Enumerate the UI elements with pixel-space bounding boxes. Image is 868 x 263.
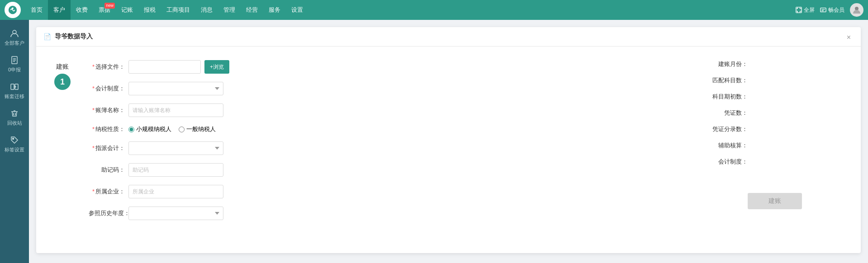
nav-item-home[interactable]: 首页 [25, 0, 48, 20]
close-button[interactable]: × [844, 33, 854, 42]
account-name-label: *账簿名称： [89, 106, 125, 114]
match-subjects-label: 匹配科目数： [707, 76, 748, 85]
radio-small-scale[interactable]: 小规模纳税人 [128, 125, 171, 133]
memo-code-label: 助记码： [89, 166, 125, 174]
nav-item-invoice[interactable]: 票据 new [93, 0, 116, 20]
nav-item-industry[interactable]: 工商项目 [161, 0, 195, 20]
nav-item-customer[interactable]: 客户 [48, 0, 71, 20]
app-logo[interactable] [5, 2, 21, 18]
match-subjects-row: 匹配科目数： [707, 76, 843, 85]
company-input[interactable] [128, 185, 223, 198]
voucher-entries-label: 凭证分录数： [707, 125, 748, 133]
nav-item-message[interactable]: 消息 [195, 0, 218, 20]
memo-code-input[interactable] [128, 163, 223, 177]
tax-type-label: *纳税性质： [89, 125, 125, 133]
svg-point-1 [12, 8, 14, 9]
accounting-system-row: 会计制度： [707, 158, 843, 166]
nav-item-settings[interactable]: 设置 [286, 0, 308, 20]
browse-button[interactable]: +浏览 [204, 60, 229, 74]
svg-rect-2 [796, 7, 802, 13]
import-dialog: 📄 导爷数据导入 × 建账 1 *选择文件： [36, 27, 861, 253]
svg-rect-7 [11, 84, 14, 89]
create-account-button[interactable]: 建账 [748, 193, 802, 209]
sidebar-item-all-customers[interactable]: 全部客户 [0, 24, 29, 51]
sidebar-item-account-migration[interactable]: 账套迁移 [0, 78, 29, 104]
nav-right: 全屏 畅会员 [796, 3, 863, 17]
radio-general[interactable]: 一般纳税人 [179, 125, 216, 133]
step-section: 建账 1 [54, 60, 71, 228]
tax-type-row: *纳税性质： 小规模纳税人 一般纳税人 [89, 125, 689, 133]
nav-items: 首页 客户 收费 票据 new 记账 报税 工商项目 消息 管理 经营 服务 设… [25, 0, 796, 20]
account-month-label: 建账月份： [707, 60, 748, 68]
nav-item-ledger[interactable]: 记账 [116, 0, 138, 20]
fullscreen-btn[interactable]: 全屏 [796, 6, 815, 14]
dialog-body: 建账 1 *选择文件： +浏览 [36, 47, 861, 242]
sidebar: 全部客户 0申报 账套迁移 回收站 [0, 20, 29, 263]
nav-item-billing[interactable]: 收费 [71, 0, 93, 20]
tax-type-radio-group: 小规模纳税人 一般纳税人 [128, 125, 216, 133]
right-panel: 建账月份： 匹配科目数： 科目期初数： 凭证数： [707, 60, 843, 228]
assign-accountant-select[interactable] [128, 141, 223, 155]
accounting-system-label: 会计制度： [707, 158, 748, 166]
account-system-row: *会计制度： [89, 82, 689, 95]
account-name-input[interactable] [128, 103, 223, 117]
assign-accountant-label: *指派会计： [89, 144, 125, 152]
subject-init-label: 科目期初数： [707, 93, 748, 101]
svg-point-4 [855, 7, 859, 10]
nav-item-tax[interactable]: 报税 [138, 0, 161, 20]
form-section: *选择文件： +浏览 *会计制度： [89, 60, 689, 228]
voucher-entries-row: 凭证分录数： [707, 125, 843, 133]
voucher-count-row: 凭证数： [707, 109, 843, 117]
file-select-label: *选择文件： [89, 63, 125, 71]
sidebar-item-tag-settings[interactable]: 标签设置 [0, 131, 29, 158]
account-system-select[interactable] [128, 82, 223, 95]
history-year-row: 参照历史年度： [89, 207, 689, 220]
memo-code-row: 助记码： [89, 163, 689, 177]
history-year-label: 参照历史年度： [89, 209, 125, 217]
account-system-label: *会计制度： [89, 85, 125, 93]
step-label: 建账 [56, 63, 69, 71]
svg-point-9 [13, 138, 14, 140]
subject-init-row: 科目期初数： [707, 93, 843, 101]
auxiliary-row: 辅助核算： [707, 141, 843, 150]
member-btn[interactable]: 畅会员 [820, 6, 844, 14]
account-month-row: 建账月份： [707, 60, 843, 68]
assign-accountant-row: *指派会计： [89, 141, 689, 155]
sidebar-item-recycle[interactable]: 回收站 [0, 104, 29, 131]
required-star: * [92, 63, 95, 70]
dialog-header: 📄 导爷数据导入 × [36, 27, 861, 47]
user-avatar[interactable] [850, 3, 863, 17]
sidebar-item-declaration[interactable]: 0申报 [0, 51, 29, 78]
auxiliary-label: 辅助核算： [707, 141, 748, 150]
file-select-row: *选择文件： +浏览 [89, 60, 689, 74]
history-year-select[interactable] [128, 207, 223, 220]
dialog-title: 导爷数据导入 [55, 33, 93, 41]
nav-item-manage[interactable]: 管理 [218, 0, 241, 20]
svg-rect-3 [821, 8, 826, 12]
account-name-row: *账簿名称： [89, 103, 689, 117]
company-label: *所属企业： [89, 188, 125, 196]
content-area: 📄 导爷数据导入 × 建账 1 *选择文件： [29, 20, 868, 263]
step-circle: 1 [54, 74, 71, 90]
nav-item-operation[interactable]: 经营 [241, 0, 263, 20]
top-nav: 首页 客户 收费 票据 new 记账 报税 工商项目 消息 管理 经营 服务 设… [0, 0, 868, 20]
import-icon: 📄 [43, 33, 51, 40]
new-badge: new [104, 3, 115, 9]
voucher-count-label: 凭证数： [707, 109, 748, 117]
company-row: *所属企业： [89, 185, 689, 198]
main-layout: 全部客户 0申报 账套迁移 回收站 [0, 20, 868, 263]
nav-item-service[interactable]: 服务 [263, 0, 286, 20]
file-input[interactable] [128, 60, 201, 74]
